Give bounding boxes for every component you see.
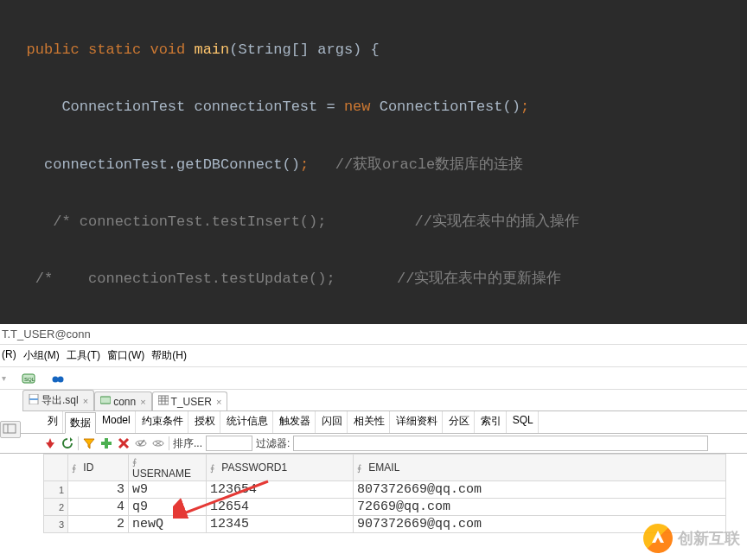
menu-item-tools[interactable]: 工具(T): [67, 348, 100, 363]
column-header-email[interactable]: ∮ EMAIL: [354, 455, 726, 481]
cell-email[interactable]: 807372669@qq.com: [354, 481, 726, 499]
watermark-logo-icon: [643, 524, 673, 553]
table-row[interactable]: 3 2 newQ 12345 907372669@qq.com: [44, 516, 726, 533]
column-header-username[interactable]: ∮ USERNAME: [129, 455, 207, 481]
menu-item-help[interactable]: 帮助(H): [151, 348, 187, 363]
pin-icon[interactable]: [43, 436, 57, 450]
subtab-partition[interactable]: 分区: [444, 411, 475, 433]
subtab-stats[interactable]: 统计信息: [222, 411, 273, 433]
menu-item-r[interactable]: (R): [2, 348, 16, 363]
subtab-model[interactable]: Model: [98, 411, 136, 433]
db-client: T.T_USER@conn (R) 小组(M) 工具(T) 窗口(W) 帮助(H…: [0, 324, 747, 533]
svg-rect-16: [101, 442, 112, 445]
subtab-flashback[interactable]: 闪回: [317, 411, 348, 433]
menu-bar: (R) 小组(M) 工具(T) 窗口(W) 帮助(H): [0, 345, 747, 367]
code-line: /* connectionTest.testInsert(); //实现在表中的…: [0, 207, 747, 236]
cell-email[interactable]: 72669@qq.com: [354, 499, 726, 516]
code-line: connectionTest.getDBConnect(); //获取oracl…: [0, 150, 747, 179]
svg-text:SQL: SQL: [24, 377, 35, 382]
insert-row-icon[interactable]: [99, 436, 113, 450]
filter-label: 过滤器:: [256, 436, 290, 451]
code-line: /* connectionTest.testUpdate(); //实现在表中的…: [0, 264, 747, 293]
svg-rect-8: [158, 396, 169, 404]
object-sub-tabs: 列 数据 Model 约束条件 授权 统计信息 触发器 闪回 相关性 详细资料 …: [0, 411, 747, 434]
tab-label: conn: [113, 396, 136, 408]
close-icon[interactable]: ×: [81, 396, 88, 406]
collapse-button[interactable]: [0, 421, 21, 438]
keyword: public: [27, 41, 80, 58]
method-name: main: [194, 41, 229, 58]
close-icon[interactable]: ×: [214, 397, 221, 407]
subtab-trigger[interactable]: 触发器: [275, 411, 316, 433]
tab-export-sql[interactable]: 导出.sql ×: [22, 390, 94, 410]
delete-row-icon[interactable]: [117, 436, 131, 450]
binoculars-icon[interactable]: [51, 372, 65, 385]
subtab-details[interactable]: 详细资料: [392, 411, 443, 433]
cell-password[interactable]: 12345: [207, 516, 354, 533]
code-text: (String[] args) {: [229, 41, 379, 58]
column-icon: ∮: [357, 463, 366, 473]
code-editor[interactable]: public static void main(String[] args) {…: [0, 0, 747, 324]
subtab-columns[interactable]: 列: [43, 411, 63, 433]
sql-icon[interactable]: SQL: [22, 372, 35, 385]
tab-t-user[interactable]: T_USER ×: [152, 391, 228, 410]
subtab-sql[interactable]: SQL: [508, 411, 539, 433]
cell-id[interactable]: 4: [68, 499, 129, 516]
tab-label: T_USER: [171, 396, 212, 408]
comment: /* connectionTest.testInsert();: [53, 213, 326, 230]
data-grid[interactable]: ∮ ID ∮ USERNAME ∮ PASSWORD1 ∮ EMAIL 1 3 …: [43, 454, 747, 533]
column-label: ID: [83, 461, 93, 474]
cell-username[interactable]: newQ: [129, 516, 207, 533]
table-icon: [158, 395, 169, 408]
cell-username[interactable]: q9: [129, 499, 207, 516]
column-label: EMAIL: [368, 461, 399, 474]
column-label: PASSWORD1: [221, 461, 287, 474]
menu-item-window[interactable]: 窗口(W): [107, 348, 144, 363]
table-row[interactable]: 2 4 q9 12654 72669@qq.com: [44, 499, 726, 516]
tab-conn[interactable]: conn ×: [94, 391, 151, 410]
row-number-header: [44, 455, 68, 481]
column-icon: ∮: [132, 457, 141, 467]
cell-password[interactable]: 123654: [207, 481, 354, 499]
db-object-title: T.T_USER@conn: [0, 324, 747, 345]
svg-rect-4: [56, 378, 60, 379]
column-icon: ∮: [210, 463, 219, 473]
column-header-password[interactable]: ∮ PASSWORD1: [207, 455, 354, 481]
keyword: void: [150, 41, 185, 58]
cell-id[interactable]: 2: [68, 516, 129, 533]
keyword: new: [344, 99, 371, 115]
cell-id[interactable]: 3: [68, 481, 129, 499]
table-row[interactable]: 1 3 w9 123654 807372669@qq.com: [44, 481, 726, 499]
commit-icon[interactable]: [134, 436, 148, 450]
subtab-index[interactable]: 索引: [476, 411, 507, 433]
comment: //实现在表中的插入操作: [415, 213, 579, 230]
sort-label: 排序...: [173, 436, 202, 451]
row-number: 2: [44, 499, 68, 516]
subtab-data[interactable]: 数据: [65, 412, 96, 434]
svg-rect-7: [100, 397, 111, 404]
comment: /* connectionTest.testUpdate();: [35, 270, 335, 287]
semicolon: ;: [300, 156, 309, 173]
cell-password[interactable]: 12654: [207, 499, 354, 516]
cell-username[interactable]: w9: [129, 481, 207, 499]
menu-item-group[interactable]: 小组(M): [23, 348, 60, 363]
filter-icon[interactable]: [82, 436, 96, 450]
code-line: public static void main(String[] args) {: [0, 35, 747, 64]
sql-icon: [100, 395, 111, 408]
svg-rect-13: [3, 424, 16, 433]
close-icon[interactable]: ×: [138, 397, 145, 407]
code-text: connectionTest.getDBConnect(): [44, 156, 300, 173]
comment: //获取oracle数据库的连接: [335, 156, 524, 173]
subtab-depend[interactable]: 相关性: [349, 411, 390, 433]
column-header-id[interactable]: ∮ ID: [68, 455, 129, 481]
subtab-grant[interactable]: 授权: [190, 411, 220, 433]
watermark: 创新互联: [643, 524, 740, 553]
sort-input[interactable]: [206, 436, 252, 451]
row-number: 3: [44, 516, 68, 533]
refresh-icon[interactable]: [61, 436, 74, 450]
subtab-constraint[interactable]: 约束条件: [137, 411, 188, 433]
filter-input[interactable]: [293, 436, 708, 451]
column-icon: ∮: [72, 463, 80, 473]
rollback-icon[interactable]: [151, 436, 165, 450]
svg-rect-6: [29, 398, 38, 400]
